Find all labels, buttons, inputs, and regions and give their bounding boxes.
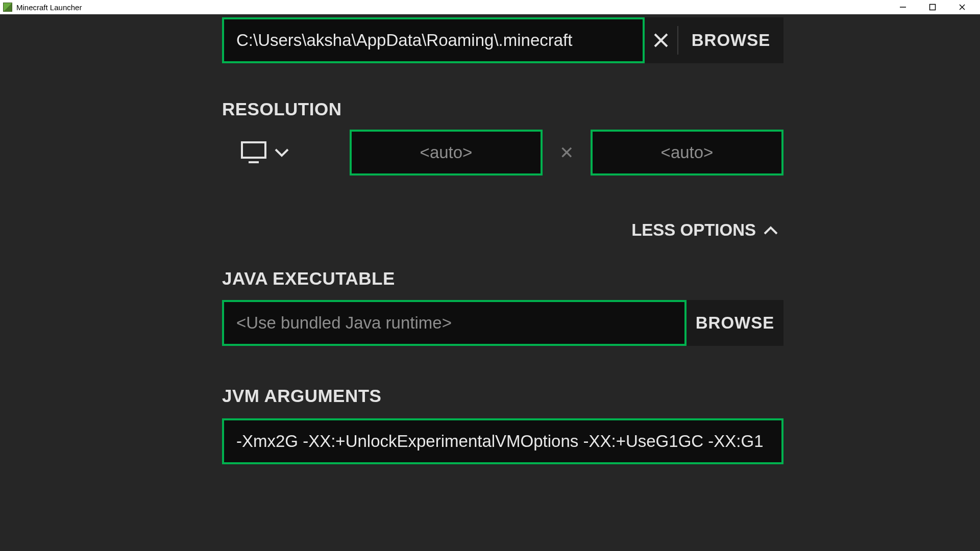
resolution-height-input[interactable] — [591, 130, 783, 176]
svg-rect-1 — [930, 5, 936, 10]
game-directory-row: BROWSE — [222, 17, 783, 63]
java-executable-row: BROWSE — [222, 300, 783, 346]
browse-java-button[interactable]: BROWSE — [687, 300, 783, 346]
chevron-down-icon — [274, 147, 289, 158]
minimize-button[interactable] — [888, 0, 918, 14]
resolution-heading: RESOLUTION — [222, 99, 783, 119]
less-options-label: LESS OPTIONS — [631, 220, 756, 240]
less-options-toggle[interactable]: LESS OPTIONS — [631, 220, 778, 240]
resolution-row: ✕ — [222, 130, 783, 176]
monitor-icon — [240, 141, 267, 164]
browse-directory-button[interactable]: BROWSE — [678, 31, 783, 50]
jvm-arguments-heading: JVM ARGUMENTS — [222, 386, 783, 406]
java-executable-input[interactable] — [222, 300, 687, 346]
jvm-arguments-input[interactable] — [222, 418, 783, 464]
game-directory-input[interactable] — [222, 17, 645, 63]
chevron-up-icon — [763, 220, 778, 240]
clear-game-directory-button[interactable] — [645, 17, 677, 63]
titlebar: Minecraft Launcher — [0, 0, 980, 14]
resolution-separator: ✕ — [543, 142, 591, 163]
app-icon — [3, 3, 12, 12]
maximize-button[interactable] — [918, 0, 947, 14]
svg-rect-6 — [242, 142, 265, 158]
java-executable-heading: JAVA EXECUTABLE — [222, 268, 783, 289]
window-title: Minecraft Launcher — [16, 3, 82, 12]
resolution-preset-dropdown[interactable] — [240, 141, 289, 164]
resolution-width-input[interactable] — [350, 130, 543, 176]
close-window-button[interactable] — [947, 0, 977, 14]
